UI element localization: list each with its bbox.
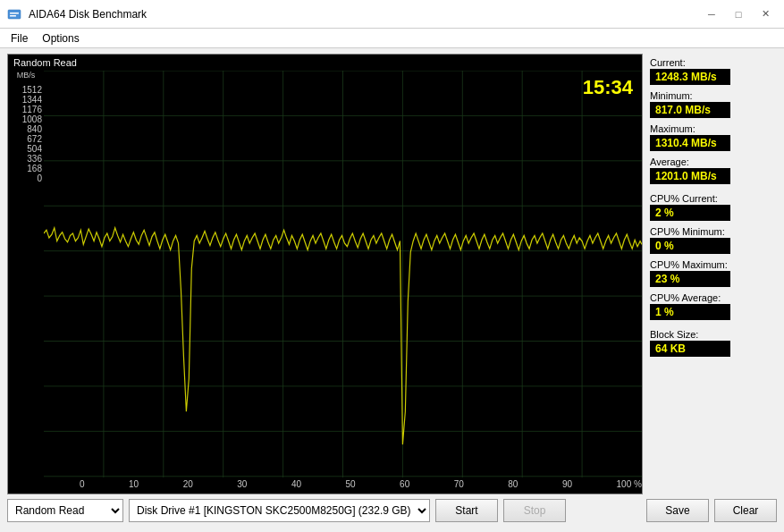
- svg-rect-2: [10, 15, 16, 17]
- app-icon: [7, 7, 21, 21]
- minimum-value: 817.0 MB/s: [650, 102, 730, 118]
- window-content: Random Read MB/s 1512 1344 1176 1008 840…: [0, 48, 784, 532]
- cpu-average-value: 1 %: [650, 304, 730, 320]
- chart-title: Random Read: [8, 55, 642, 71]
- y-axis-unit: MB/s: [8, 71, 44, 81]
- stats-panel: Current: 1248.3 MB/s Minimum: 817.0 MB/s…: [643, 54, 777, 494]
- menu-file[interactable]: File: [4, 30, 35, 46]
- chart-plot-area: 15:34: [44, 71, 642, 477]
- clear-button[interactable]: Clear: [714, 499, 777, 522]
- start-button[interactable]: Start: [435, 499, 498, 522]
- maximize-button[interactable]: □: [727, 5, 750, 23]
- bottom-controls: Random Read Random Write Sequential Read…: [7, 494, 777, 527]
- cpu-minimum-value: 0 %: [650, 238, 730, 254]
- stop-button[interactable]: Stop: [503, 499, 566, 522]
- chart-svg: [44, 71, 642, 477]
- maximum-value: 1310.4 MB/s: [650, 135, 730, 151]
- window-title: AIDA64 Disk Benchmark: [29, 8, 147, 21]
- current-label: Current:: [650, 57, 770, 68]
- mode-dropdown[interactable]: Random Read Random Write Sequential Read…: [7, 499, 123, 522]
- svg-rect-0: [8, 10, 21, 19]
- average-value: 1201.0 MB/s: [650, 168, 730, 184]
- minimize-button[interactable]: ─: [700, 5, 723, 23]
- cpu-maximum-label: CPU% Maximum:: [650, 259, 770, 270]
- current-value: 1248.3 MB/s: [650, 69, 730, 85]
- menu-options[interactable]: Options: [35, 30, 86, 46]
- y-axis: 1512 1344 1176 1008 840 672 504 336 168 …: [8, 81, 44, 199]
- block-size-value: 64 KB: [650, 341, 730, 357]
- close-button[interactable]: ✕: [754, 5, 777, 23]
- minimum-label: Minimum:: [650, 90, 770, 101]
- title-bar: AIDA64 Disk Benchmark ─ □ ✕: [0, 0, 784, 29]
- maximum-label: Maximum:: [650, 123, 770, 134]
- block-size-label: Block Size:: [650, 329, 770, 340]
- average-label: Average:: [650, 156, 770, 167]
- cpu-current-value: 2 %: [650, 205, 730, 221]
- cpu-maximum-value: 23 %: [650, 271, 730, 287]
- x-axis: 0 10 20 30 40 50 60 70 80 90 100 %: [44, 477, 642, 494]
- svg-rect-1: [10, 13, 19, 14]
- cpu-minimum-label: CPU% Minimum:: [650, 226, 770, 237]
- chart-container: Random Read MB/s 1512 1344 1176 1008 840…: [7, 54, 643, 494]
- cpu-average-label: CPU% Average:: [650, 292, 770, 303]
- cpu-current-label: CPU% Current:: [650, 193, 770, 204]
- menu-bar: File Options: [0, 29, 784, 48]
- disk-dropdown[interactable]: Disk Drive #1 [KINGSTON SKC2500M8250G] (…: [129, 499, 430, 522]
- save-button[interactable]: Save: [646, 499, 709, 522]
